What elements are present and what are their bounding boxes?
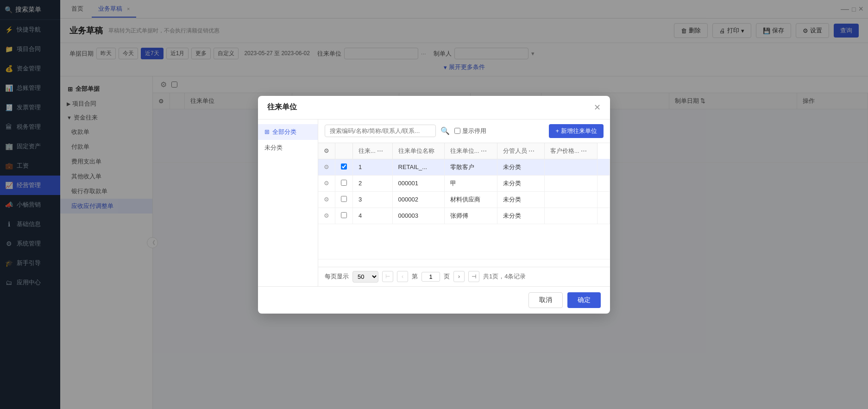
row-salesperson-cell bbox=[544, 175, 597, 191]
modal-table-row[interactable]: ⚙ 2 000001 甲 未分类 bbox=[318, 175, 610, 191]
row-price-cell bbox=[597, 191, 610, 208]
pagination-wrap: 每页显示 50 100 ⊢ ‹ 第 页 › ⊣ 共1页，4条记录 bbox=[325, 271, 526, 283]
row-num-cell: 4 bbox=[353, 208, 393, 224]
page-prev-btn[interactable]: ‹ bbox=[397, 271, 408, 282]
show-disabled-checkbox[interactable] bbox=[454, 128, 460, 134]
show-disabled-text: 显示停用 bbox=[462, 127, 486, 135]
per-page-label: 每页显示 bbox=[325, 272, 349, 281]
row-category-cell: 未分类 bbox=[497, 208, 544, 224]
row-checkbox-cell[interactable] bbox=[335, 191, 353, 208]
modal-table: ⚙ 往来... ⋯ 往来单位名称 往来单位... ⋯ 分管人员 ⋯ 客户价格..… bbox=[318, 143, 610, 224]
row-checkbox[interactable] bbox=[341, 164, 347, 170]
modal-col-checkbox bbox=[335, 143, 353, 159]
row-checkbox-cell[interactable] bbox=[335, 208, 353, 224]
modal-col-code: 往来... ⋯ bbox=[353, 143, 393, 159]
modal-table-container: ⚙ 往来... ⋯ 往来单位名称 往来单位... ⋯ 分管人员 ⋯ 客户价格..… bbox=[318, 143, 610, 259]
modal-col-name: 往来单位名称 bbox=[392, 143, 444, 159]
row-checkbox-cell[interactable] bbox=[335, 159, 353, 175]
confirm-label: 确定 bbox=[578, 296, 591, 303]
row-category-cell: 未分类 bbox=[497, 159, 544, 175]
add-unit-label: 新增往来单位 bbox=[561, 127, 597, 135]
modal-overlay[interactable]: 往来单位 ✕ ⊞ 全部分类 未分类 🔍 bbox=[0, 0, 868, 409]
row-code-cell: 000003 bbox=[392, 208, 444, 224]
per-page-select[interactable]: 50 100 bbox=[352, 271, 378, 283]
modal-content-area: 🔍 显示停用 + 新增往来单位 bbox=[318, 120, 610, 286]
row-checkbox[interactable] bbox=[341, 196, 347, 202]
add-unit-button[interactable]: + 新增往来单位 bbox=[549, 124, 604, 138]
page-label: 第 bbox=[412, 272, 418, 281]
cancel-label: 取消 bbox=[539, 296, 552, 303]
row-name-cell: 甲 bbox=[444, 175, 497, 191]
row-price-cell bbox=[597, 159, 610, 175]
row-code-cell: 000001 bbox=[392, 175, 444, 191]
modal-col-price: 客户价格... ⋯ bbox=[544, 143, 597, 159]
row-salesperson-cell bbox=[544, 208, 597, 224]
row-checkbox-cell[interactable] bbox=[335, 175, 353, 191]
modal-header: 往来单位 ✕ bbox=[258, 96, 610, 120]
modal-table-row[interactable]: ⚙ 4 000003 张师傅 未分类 bbox=[318, 208, 610, 224]
row-settings-cell: ⚙ bbox=[318, 159, 335, 175]
row-checkbox[interactable] bbox=[341, 180, 347, 186]
page-next-btn[interactable]: › bbox=[453, 271, 465, 282]
page-input[interactable] bbox=[421, 272, 440, 282]
page-last-btn[interactable]: ⊣ bbox=[468, 271, 479, 282]
row-salesperson-cell bbox=[544, 191, 597, 208]
modal-sidebar-unclassified[interactable]: 未分类 bbox=[258, 140, 318, 156]
row-num-cell: 3 bbox=[353, 191, 393, 208]
row-price-cell bbox=[597, 208, 610, 224]
modal-table-row[interactable]: ⚙ 3 000002 材料供应商 未分类 bbox=[318, 191, 610, 208]
row-settings-cell: ⚙ bbox=[318, 175, 335, 191]
page-total: 共1页，4条记录 bbox=[483, 272, 526, 281]
page-suffix: 页 bbox=[444, 272, 450, 281]
row-name-cell: 材料供应商 bbox=[444, 191, 497, 208]
row-category-cell: 未分类 bbox=[497, 175, 544, 191]
row-settings-cell: ⚙ bbox=[318, 208, 335, 224]
modal-search-icon[interactable]: 🔍 bbox=[440, 126, 450, 135]
add-icon: + bbox=[555, 127, 559, 134]
modal-title: 往来单位 bbox=[267, 102, 297, 112]
modal-sidebar-all-label: 全部分类 bbox=[272, 128, 296, 136]
modal-body: ⊞ 全部分类 未分类 🔍 显示停用 bbox=[258, 120, 610, 286]
grid-icon: ⊞ bbox=[264, 128, 270, 135]
modal-col-settings: ⚙ bbox=[318, 143, 335, 159]
modal-sidebar-unclassified-label: 未分类 bbox=[264, 144, 283, 152]
modal-col-category: 往来单位... ⋯ bbox=[444, 143, 497, 159]
modal-search-input[interactable] bbox=[325, 125, 436, 137]
modal-toolbar: 🔍 显示停用 + 新增往来单位 bbox=[318, 120, 610, 143]
modal-close-btn[interactable]: ✕ bbox=[594, 102, 601, 113]
modal-search-wrap: 🔍 显示停用 bbox=[325, 125, 486, 137]
modal-cancel-btn[interactable]: 取消 bbox=[528, 292, 563, 308]
modal-horizontal-scrollbar[interactable] bbox=[318, 261, 610, 265]
modal-scrollbar-wrap bbox=[318, 259, 610, 267]
row-settings-cell: ⚙ bbox=[318, 191, 335, 208]
row-price-cell bbox=[597, 175, 610, 191]
row-checkbox[interactable] bbox=[341, 212, 347, 218]
row-code-cell: 000002 bbox=[392, 191, 444, 208]
modal-sidebar: ⊞ 全部分类 未分类 bbox=[258, 120, 318, 286]
page-first-btn[interactable]: ⊢ bbox=[382, 271, 393, 282]
row-name-cell: 零散客户 bbox=[444, 159, 497, 175]
modal-dialog: 往来单位 ✕ ⊞ 全部分类 未分类 🔍 bbox=[258, 96, 610, 314]
row-num-cell: 2 bbox=[353, 175, 393, 191]
row-salesperson-cell bbox=[544, 159, 597, 175]
modal-col-salesperson: 分管人员 ⋯ bbox=[497, 143, 544, 159]
row-num-cell: 1 bbox=[353, 159, 393, 175]
modal-dialog-footer: 取消 确定 bbox=[258, 286, 610, 314]
modal-confirm-btn[interactable]: 确定 bbox=[567, 292, 601, 308]
row-category-cell: 未分类 bbox=[497, 191, 544, 208]
modal-sidebar-all[interactable]: ⊞ 全部分类 bbox=[258, 124, 318, 140]
row-code-cell: RETAIL_... bbox=[392, 159, 444, 175]
row-name-cell: 张师傅 bbox=[444, 208, 497, 224]
modal-table-row[interactable]: ⚙ 1 RETAIL_... 零散客户 未分类 bbox=[318, 159, 610, 175]
show-disabled-label[interactable]: 显示停用 bbox=[454, 127, 486, 135]
modal-footer-bar: 每页显示 50 100 ⊢ ‹ 第 页 › ⊣ 共1页，4条记录 bbox=[318, 267, 610, 286]
